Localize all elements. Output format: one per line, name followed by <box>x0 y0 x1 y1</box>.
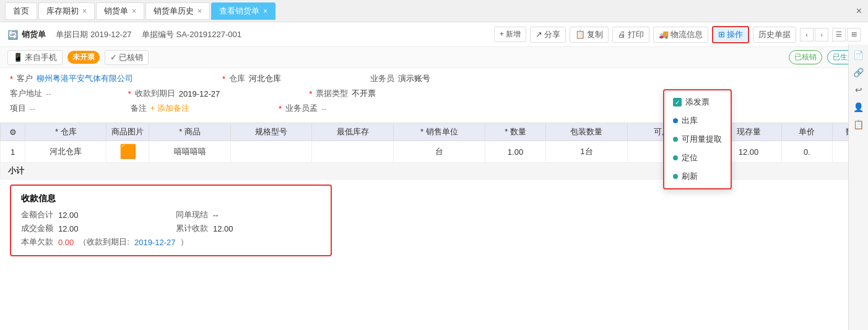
menu-item-available-qty[interactable]: 可用量提取 <box>664 130 731 149</box>
sidebar-btn-3[interactable]: ↩ <box>851 82 867 98</box>
row-pkg-qty: 1台 <box>546 141 627 163</box>
menu-item-add-invoice[interactable]: ✓ 添发票 <box>664 93 731 111</box>
grid-icon: ⊞ <box>718 30 725 39</box>
tab-close-view[interactable]: × <box>263 7 267 15</box>
transaction-amount-value: 12.00 <box>58 224 79 233</box>
items-table: ⚙ * 仓库 商品图片 * 商品 规格型号 最低库存 * 销售单位 * 数量 包… <box>0 123 868 180</box>
check-button[interactable]: ✓ 已核销 <box>105 50 149 65</box>
th-product: * 商品 <box>149 123 230 141</box>
cumulative-payment-row: 累计收款 12.00 <box>176 223 321 234</box>
form-row-1: * 客户 柳州粤港平安气体有限公司 * 仓库 河北仓库 业务员 演示账号 <box>10 73 858 84</box>
subtotal-row: 小计 <box>1 163 868 180</box>
menu-item-ship[interactable]: 出库 <box>664 111 731 130</box>
menu-item-refresh[interactable]: 刷新 <box>664 167 731 186</box>
project-field: 项目 -- <box>10 103 35 114</box>
logistics-button[interactable]: 🚚 物流信息 <box>653 27 708 43</box>
row-spec <box>230 141 311 163</box>
tab-sales-history[interactable]: 销货单历史 × <box>145 2 210 20</box>
history-button[interactable]: 历史单据 <box>753 27 796 43</box>
sidebar-btn-5[interactable]: 📋 <box>851 116 867 132</box>
list-view-button[interactable]: ☰ <box>832 28 846 41</box>
copy-button[interactable]: 📋 复制 <box>570 27 609 43</box>
doc-icon: 🔄 <box>7 30 18 40</box>
address-field: 客户地址 -- <box>10 88 51 99</box>
note-field: 备注 + 添加备注 <box>131 103 189 114</box>
add-invoice-icon: ✓ <box>673 98 682 106</box>
salesperson2-value: -- <box>321 104 327 113</box>
not-open-badge: 未开票 <box>67 51 100 64</box>
doc-date-label: 单据日期 2019-12-27 <box>56 29 132 40</box>
next-button[interactable]: › <box>815 28 828 41</box>
payment-date-value: 2019-12-27 <box>179 89 220 98</box>
document-header: 🔄 销货单 单据日期 2019-12-27 单据编号 SA-20191227-0… <box>0 22 868 47</box>
same-order-row: 同单现结 -- <box>176 209 321 220</box>
transaction-amount-row: 成交金额 12.00 <box>21 223 166 234</box>
logistics-icon: 🚚 <box>659 30 669 39</box>
items-table-wrap: ⚙ * 仓库 商品图片 * 商品 规格型号 最低库存 * 销售单位 * 数量 包… <box>0 123 868 180</box>
check-icon: ✓ <box>110 53 117 62</box>
refresh-icon <box>673 174 678 179</box>
total-amount-value: 12.00 <box>58 211 79 220</box>
main-content-area: 🔄 销货单 单据日期 2019-12-27 单据编号 SA-20191227-0… <box>0 22 868 330</box>
print-button[interactable]: 🖨 打印 <box>612 27 649 43</box>
row-min-stock <box>312 141 393 163</box>
view-buttons: ☰ ⊞ <box>832 28 861 41</box>
doc-number-label: 单据编号 SA-20191227-001 <box>142 29 242 40</box>
nav-arrows: ‹ › <box>800 28 828 41</box>
add-note-button[interactable]: + 添加备注 <box>150 103 189 114</box>
same-order-value: -- <box>213 211 219 220</box>
table-header-row: ⚙ * 仓库 商品图片 * 商品 规格型号 最低库存 * 销售单位 * 数量 包… <box>1 123 868 141</box>
sidebar-btn-2[interactable]: 🔗 <box>851 64 867 80</box>
sidebar-btn-4[interactable]: 👤 <box>851 99 867 115</box>
sub-toolbar: 📱 来自手机 未开票 ✓ 已核销 已核销 已生效 <box>0 47 868 68</box>
row-product: 嘻嘻嘻嘻 <box>149 141 230 163</box>
tab-inventory-init[interactable]: 库存期初 × <box>38 2 95 20</box>
doc-title: 销货单 <box>22 29 46 40</box>
th-spec: 规格型号 <box>230 123 311 141</box>
th-image: 商品图片 <box>106 123 149 141</box>
operation-button[interactable]: ⊞ 操作 <box>712 26 749 43</box>
balance-row: 本单欠款 0.00 （收款到期日: 2019-12-27 ） <box>21 237 321 248</box>
phone-icon: 📱 <box>13 53 23 62</box>
payment-grid: 金额合计 12.00 同单现结 -- 成交金额 12.00 累计收款 12.00… <box>21 209 321 248</box>
locate-icon <box>673 155 678 160</box>
close-all-tabs-button[interactable]: × <box>856 6 862 17</box>
salesperson2-field: * 业务员孟 -- <box>279 103 327 114</box>
invoice-type-field: * 票据类型 不开票 <box>309 88 376 99</box>
th-warehouse: * 仓库 <box>25 123 106 141</box>
tab-sales-order[interactable]: 销货单 × <box>96 2 144 20</box>
th-settings[interactable]: ⚙ <box>1 123 25 141</box>
warehouse-value: 河北仓库 <box>249 73 281 84</box>
th-unit: * 销售单位 <box>393 123 485 141</box>
payment-title: 收款信息 <box>21 193 321 204</box>
payment-date-field: * 收款到期日 2019-12-27 <box>128 88 220 99</box>
th-qty: * 数量 <box>485 123 545 141</box>
tab-close-history[interactable]: × <box>197 7 202 15</box>
tab-view-sales[interactable]: 查看销货单 × <box>211 2 276 20</box>
subtotal-label: 小计 <box>1 163 868 180</box>
prev-button[interactable]: ‹ <box>800 28 814 41</box>
share-button[interactable]: ↗ 分享 <box>530 27 566 43</box>
th-pkg-qty: 包装数量 <box>546 123 627 141</box>
th-min-stock: 最低库存 <box>312 123 393 141</box>
doc-meta: 单据日期 2019-12-27 单据编号 SA-20191227-001 <box>56 29 241 40</box>
form-area: * 客户 柳州粤港平安气体有限公司 * 仓库 河北仓库 业务员 演示账号 客户地… <box>0 68 868 123</box>
row-image: 🟧 <box>106 141 149 163</box>
tabs-bar: 首页 库存期初 × 销货单 × 销货单历史 × 查看销货单 × × <box>0 0 868 22</box>
payment-info-box: 收款信息 金额合计 12.00 同单现结 -- 成交金额 12.00 累计收款 … <box>10 185 332 256</box>
due-date-value: 2019-12-27 <box>134 238 176 247</box>
tab-home[interactable]: 首页 <box>5 2 37 20</box>
available-icon <box>673 137 678 142</box>
tab-close-sales[interactable]: × <box>132 7 136 15</box>
row-unit: 台 <box>393 141 485 163</box>
grid-view-button[interactable]: ⊞ <box>847 28 861 41</box>
customer-value[interactable]: 柳州粤港平安气体有限公司 <box>37 73 133 84</box>
new-button[interactable]: + 新增 <box>494 27 526 42</box>
from-phone-button[interactable]: 📱 来自手机 <box>7 50 63 65</box>
tab-close-inventory[interactable]: × <box>82 7 87 15</box>
cumulative-payment-value: 12.00 <box>213 224 233 233</box>
sidebar-btn-1[interactable]: 📄 <box>851 47 867 63</box>
copy-icon: 📋 <box>575 30 585 39</box>
menu-item-locate[interactable]: 定位 <box>664 149 731 167</box>
row-warehouse: 河北仓库 <box>25 141 106 163</box>
